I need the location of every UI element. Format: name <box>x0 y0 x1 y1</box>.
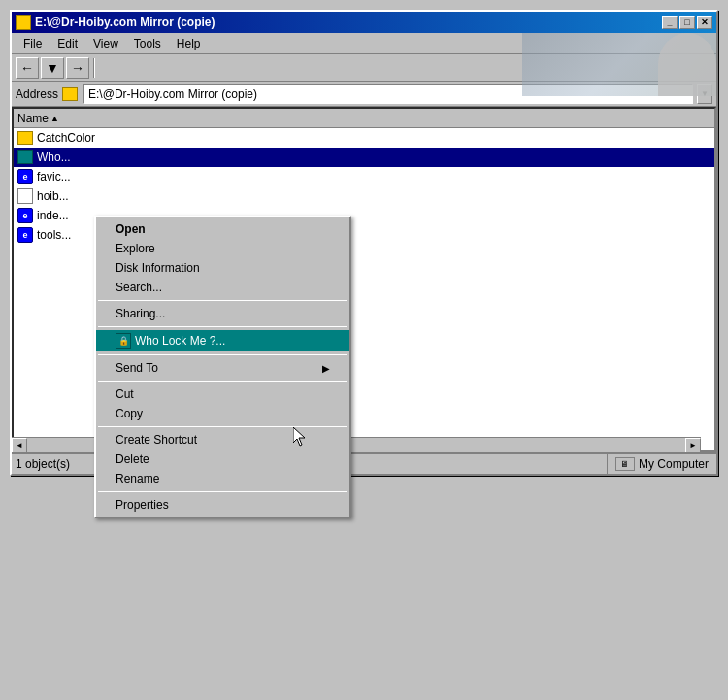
explorer-window: E:\@Dr-Hoiby.com Mirror (copie) _ □ ✕ Fi… <box>10 10 718 476</box>
address-dropdown-button[interactable]: ▼ <box>697 84 712 104</box>
window-title: E:\@Dr-Hoiby.com Mirror (copie) <box>35 16 215 29</box>
menu-help[interactable]: Help <box>169 35 209 52</box>
ctx-create-shortcut[interactable]: Create Shortcut <box>96 430 349 450</box>
title-buttons: _ □ ✕ <box>662 16 712 29</box>
ctx-copy[interactable]: Copy <box>96 404 349 423</box>
status-right: 🖥 My Computer <box>608 457 716 471</box>
ctx-separator-6 <box>98 491 347 492</box>
window-icon <box>16 15 31 30</box>
back-button[interactable]: ← <box>16 57 39 79</box>
ctx-separator-3 <box>98 354 347 355</box>
menu-view[interactable]: View <box>85 35 126 52</box>
ie-file-icon: e <box>17 169 33 184</box>
list-item[interactable]: e favic... <box>14 167 714 186</box>
toolbar: ← ▼ → <box>12 54 716 82</box>
ctx-separator-1 <box>98 300 347 301</box>
toolbar-separator <box>93 58 95 78</box>
column-header: Name ▲ <box>14 109 714 128</box>
name-column-header[interactable]: Name ▲ <box>17 112 59 125</box>
dropdown-button[interactable]: ▼ <box>41 57 64 79</box>
ctx-separator-4 <box>98 381 347 382</box>
menu-edit[interactable]: Edit <box>50 35 85 52</box>
title-bar: E:\@Dr-Hoiby.com Mirror (copie) _ □ ✕ <box>12 12 716 33</box>
ctx-who-lock-me[interactable]: 🔒 Who Lock Me ?... <box>96 330 349 351</box>
ctx-rename[interactable]: Rename <box>96 469 349 488</box>
list-item[interactable]: Who... <box>14 148 714 167</box>
address-folder-icon <box>62 87 78 101</box>
ctx-open[interactable]: Open <box>96 219 349 239</box>
ctx-sharing[interactable]: Sharing... <box>96 304 349 323</box>
menu-tools[interactable]: Tools <box>126 35 169 52</box>
ctx-delete[interactable]: Delete <box>96 450 349 469</box>
forward-button[interactable]: → <box>66 57 89 79</box>
ie-file-icon: e <box>17 227 33 243</box>
ctx-send-to[interactable]: Send To ▶ <box>96 358 349 378</box>
menu-bar: File Edit View Tools Help <box>12 33 716 54</box>
doc-file-icon <box>17 188 33 204</box>
address-bar: Address E:\@Dr-Hoiby.com Mirror (copie) … <box>12 82 716 107</box>
ctx-explore[interactable]: Explore <box>96 239 349 258</box>
address-label: Address <box>16 87 58 101</box>
close-button[interactable]: ✕ <box>697 16 712 29</box>
ctx-cut[interactable]: Cut <box>96 384 349 404</box>
ctx-separator-2 <box>98 326 347 327</box>
list-item[interactable]: hoib... <box>14 186 714 206</box>
minimize-button[interactable]: _ <box>662 16 678 29</box>
maximize-button[interactable]: □ <box>679 16 695 29</box>
ie-file-icon: e <box>17 208 33 223</box>
scroll-right-button[interactable]: ► <box>685 438 701 453</box>
address-input[interactable]: E:\@Dr-Hoiby.com Mirror (copie) <box>83 84 693 104</box>
ctx-properties[interactable]: Properties <box>96 495 349 515</box>
context-menu: Open Explore Disk Information Search... … <box>94 216 351 518</box>
ctx-separator-5 <box>98 426 347 427</box>
title-bar-left: E:\@Dr-Hoiby.com Mirror (copie) <box>16 15 215 30</box>
list-item[interactable]: CatchColor <box>14 128 714 148</box>
menu-file[interactable]: File <box>16 35 50 52</box>
scroll-left-button[interactable]: ◄ <box>12 438 27 453</box>
computer-icon: 🖥 <box>615 457 635 471</box>
ctx-disk-info[interactable]: Disk Information <box>96 258 349 278</box>
who-lock-icon: 🔒 <box>116 333 131 349</box>
folder-icon <box>17 131 33 145</box>
ctx-search[interactable]: Search... <box>96 278 349 297</box>
teal-folder-icon <box>17 150 33 164</box>
